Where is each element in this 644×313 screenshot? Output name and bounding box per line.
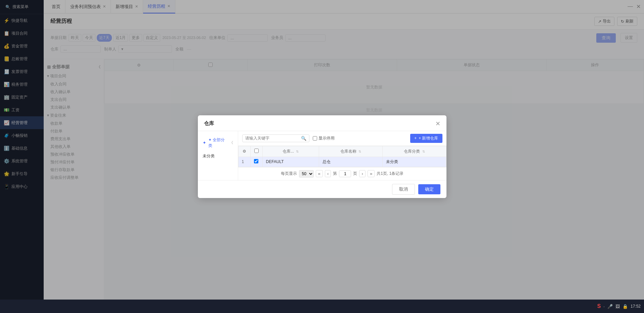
modal-page-unit: 页: [353, 171, 357, 177]
th-name-label: 仓库名称: [340, 149, 356, 154]
all-categories-label: ✦ 全部分类: [208, 137, 227, 149]
row-num: 1: [238, 157, 250, 167]
all-categories-icon: ✦: [203, 140, 206, 145]
th-name: 仓库名称 ⇅: [319, 146, 382, 157]
modal-right-panel: 🔍 显示停用 + + 新增仓库: [238, 131, 446, 180]
th-settings[interactable]: ⚙: [238, 146, 250, 157]
warehouse-modal: 仓库 ✕ ✦ ✦ 全部分类 《 未分类: [198, 115, 446, 198]
modal-page-prefix: 第: [333, 171, 337, 177]
modal-page-input[interactable]: [339, 170, 351, 177]
add-icon: +: [414, 136, 417, 141]
cancel-button[interactable]: 取消: [392, 184, 415, 195]
row-category: 未分类: [383, 157, 446, 167]
add-warehouse-button[interactable]: + + 新增仓库: [410, 134, 442, 143]
modal-pagination: 每页显示 50 « ‹ 第 页 › » 共1页, 1条记录: [238, 167, 446, 180]
modal-next-page[interactable]: ›: [359, 170, 365, 177]
search-box: 🔍: [242, 134, 309, 142]
row-num-text: 1: [242, 159, 244, 164]
row-select-checkbox[interactable]: [254, 159, 258, 163]
modal-header: 仓库 ✕: [198, 115, 446, 131]
search-input[interactable]: [245, 136, 301, 141]
th-code-label: 仓库...: [283, 149, 294, 154]
modal-per-page-label: 每页显示: [281, 171, 297, 177]
modal-table-wrap: ⚙ 仓库... ⇅ 仓库名称 ⇅: [238, 146, 446, 167]
taskbar-dot-icon: ·: [603, 304, 605, 309]
row-code: DEFAULT: [262, 157, 319, 167]
modal-select-all[interactable]: [254, 149, 259, 153]
th-checkbox[interactable]: [250, 146, 262, 157]
modal-left-panel: ✦ ✦ 全部分类 《 未分类: [198, 131, 238, 180]
th-code: 仓库... ⇅: [262, 146, 319, 157]
sort-icon: ⇅: [422, 150, 425, 153]
modal-close-button[interactable]: ✕: [435, 120, 440, 127]
modal-table: ⚙ 仓库... ⇅ 仓库名称 ⇅: [238, 146, 446, 167]
taskbar: S · 🎤 🖼 🔒 17:52: [0, 300, 644, 313]
modal-overlay: 仓库 ✕ ✦ ✦ 全部分类 《 未分类: [0, 0, 644, 313]
categories-collapse[interactable]: 《: [229, 140, 233, 145]
modal-first-page[interactable]: «: [316, 170, 323, 177]
modal-last-page[interactable]: »: [368, 170, 375, 177]
modal-per-page-select[interactable]: 50: [299, 170, 314, 178]
show-disabled-checkbox[interactable]: [313, 136, 317, 141]
modal-body: ✦ ✦ 全部分类 《 未分类 🔍 显示停用: [198, 131, 446, 180]
table-row[interactable]: 1 DEFAULT 总仓 未分类: [238, 157, 446, 167]
uncategorized-item[interactable]: 未分类: [198, 151, 238, 161]
modal-toolbar: 🔍 显示停用 + + 新增仓库: [238, 131, 446, 146]
search-icon: 🔍: [301, 136, 306, 141]
row-name: 总仓: [319, 157, 382, 167]
row-checkbox[interactable]: [250, 157, 262, 167]
th-category-label: 仓库分类: [404, 149, 420, 154]
taskbar-lock-icon: 🔒: [622, 304, 628, 309]
show-disabled-text: 显示停用: [318, 135, 335, 141]
modal-prev-page[interactable]: ‹: [325, 170, 331, 177]
sort-icon: ⇅: [296, 150, 299, 153]
th-category: 仓库分类 ⇅: [383, 146, 446, 157]
confirm-button[interactable]: 确定: [418, 184, 440, 194]
modal-footer: 取消 确定: [198, 180, 446, 198]
show-disabled-label[interactable]: 显示停用: [313, 135, 335, 141]
sort-icon: ⇅: [358, 150, 361, 153]
modal-title: 仓库: [204, 120, 214, 127]
modal-total-label: 共1页, 1条记录: [377, 171, 403, 177]
taskbar-mic-icon: 🎤: [607, 304, 613, 309]
add-warehouse-label: + 新增仓库: [419, 135, 438, 141]
taskbar-s-icon: S: [597, 303, 601, 309]
all-categories-item[interactable]: ✦ ✦ 全部分类 《: [198, 134, 238, 151]
taskbar-image-icon: 🖼: [615, 304, 620, 309]
taskbar-time: 17:52: [631, 304, 641, 309]
